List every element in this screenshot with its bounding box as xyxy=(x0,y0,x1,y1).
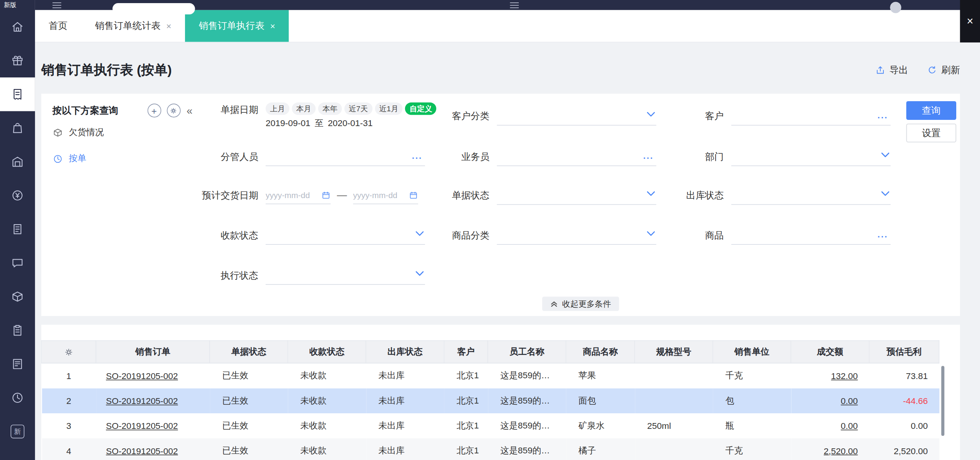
amount-link[interactable]: 132.00 xyxy=(831,371,858,381)
scheme-item-backorder[interactable]: 欠货情况 xyxy=(53,121,192,144)
order-link[interactable]: SO-20191205-002 xyxy=(106,396,178,406)
amount-link[interactable]: 0.00 xyxy=(841,396,858,406)
exec-status-select[interactable] xyxy=(266,266,425,285)
sidebar-item-tasks[interactable] xyxy=(0,314,35,348)
sidebar-item-new-feature[interactable]: 新 xyxy=(0,414,35,448)
sidebar-item-products[interactable] xyxy=(0,44,35,77)
order-link[interactable]: SO-20191205-002 xyxy=(106,371,178,381)
table-row[interactable]: 3 SO-20191205-002 已生效 未收款 未出库 北京1 这是859的… xyxy=(42,413,939,438)
close-window-button[interactable]: × xyxy=(960,0,980,42)
search-input[interactable] xyxy=(113,3,195,14)
amount-link[interactable]: 0.00 xyxy=(841,421,858,431)
export-button[interactable]: 导出 xyxy=(875,64,908,75)
filter-label: 执行状态 xyxy=(201,269,266,281)
order-link[interactable]: SO-20191205-002 xyxy=(106,421,178,431)
tab-bar: 首页 销售订单统计表 × 销售订单执行表 × xyxy=(35,10,960,42)
shopping-bag-icon xyxy=(11,121,24,135)
product-category-select[interactable] xyxy=(497,226,656,245)
quick-range-custom[interactable]: 自定义 xyxy=(405,102,436,115)
customer-category-select[interactable] xyxy=(497,107,656,125)
column-settings-button[interactable] xyxy=(42,341,96,363)
scheme-settings-button[interactable] xyxy=(167,104,180,117)
refresh-button[interactable]: 刷新 xyxy=(927,64,960,75)
ellipsis-icon[interactable]: ··· xyxy=(412,153,422,163)
quick-range-last-month[interactable]: 上月 xyxy=(266,102,289,115)
scheme-item-by-order[interactable]: 按单 xyxy=(53,147,192,170)
add-scheme-button[interactable]: + xyxy=(147,104,161,117)
table-row[interactable]: 4 SO-20191205-002 已生效 未收款 未出库 北京1 这是859的… xyxy=(42,438,939,460)
filter-label: 分管人员 xyxy=(201,151,266,163)
refresh-label: 刷新 xyxy=(941,64,960,75)
quick-range-this-month[interactable]: 本月 xyxy=(292,102,316,115)
cell-spec: 250ml xyxy=(635,413,713,438)
order-link[interactable]: SO-20191205-002 xyxy=(106,446,178,456)
sidebar-item-sales[interactable] xyxy=(0,77,35,111)
cell-customer: 北京1 xyxy=(444,363,488,388)
filter-label: 客户 xyxy=(667,110,731,122)
cell-profit: 2,520.00 xyxy=(869,438,939,460)
close-icon: × xyxy=(967,15,973,28)
menu-icon[interactable] xyxy=(53,2,61,8)
sidebar-item-warehouse[interactable] xyxy=(0,145,35,179)
doc-date-range[interactable]: 2019-09-01 至 2020-01-31 xyxy=(266,118,439,129)
query-button[interactable]: 查询 xyxy=(906,101,956,120)
row-index: 2 xyxy=(42,388,96,413)
sidebar-item-history[interactable] xyxy=(0,381,35,415)
tab-home[interactable]: 首页 xyxy=(35,10,81,42)
chevron-down-icon xyxy=(881,187,889,198)
ellipsis-icon[interactable]: ··· xyxy=(878,112,888,123)
quick-range-1-month[interactable]: 近1月 xyxy=(375,102,403,115)
product-picker[interactable]: ··· xyxy=(731,226,890,245)
sidebar-item-purchase[interactable] xyxy=(0,111,35,145)
page-header: 销售订单执行表 (按单) 导出 刷新 xyxy=(41,55,960,85)
close-tab-icon[interactable]: × xyxy=(166,21,171,31)
salesman-picker[interactable]: ··· xyxy=(497,147,656,166)
ellipsis-icon[interactable]: ··· xyxy=(878,232,888,242)
scheme-title: 按以下方案查询 xyxy=(53,105,142,116)
page-title: 销售订单执行表 (按单) xyxy=(41,61,172,79)
settings-button[interactable]: 设置 xyxy=(906,124,956,142)
close-tab-icon[interactable]: × xyxy=(270,21,275,31)
chevron-down-icon xyxy=(647,227,655,239)
cell-unit: 包 xyxy=(713,388,791,413)
collapse-panel-button[interactable]: « xyxy=(187,105,192,116)
sidebar-item-home[interactable] xyxy=(0,10,35,44)
date-separator: — xyxy=(337,190,347,201)
sidebar-item-messages[interactable] xyxy=(0,246,35,280)
report-icon xyxy=(11,357,24,371)
table-row[interactable]: 1 SO-20191205-002 已生效 未收款 未出库 北京1 这是859的… xyxy=(42,363,939,388)
menu-icon-secondary[interactable] xyxy=(510,2,518,8)
delivery-date-to-input[interactable]: yyyy-mm-dd xyxy=(353,187,418,204)
filter-label: 商品分类 xyxy=(432,230,497,241)
avatar[interactable] xyxy=(890,2,901,13)
amount-link[interactable]: 2,520.00 xyxy=(824,446,858,456)
ellipsis-icon[interactable]: ··· xyxy=(643,153,654,163)
sidebar-item-finance[interactable] xyxy=(0,179,35,212)
collapse-more-conditions-button[interactable]: 收起更多条件 xyxy=(542,297,619,311)
pay-status-select[interactable] xyxy=(266,226,425,245)
date-to-value: 2020-01-31 xyxy=(328,118,373,129)
table-row-selected[interactable]: 2 SO-20191205-002 已生效 未收款 未出库 北京1 这是859的… xyxy=(42,388,939,413)
sidebar-item-invoices[interactable] xyxy=(0,212,35,246)
sidebar-item-inventory[interactable] xyxy=(0,280,35,314)
department-select[interactable] xyxy=(731,147,890,166)
filter-pay-status: 收款状态 xyxy=(201,225,425,245)
customer-picker[interactable]: ··· xyxy=(731,107,890,125)
filter-label: 客户分类 xyxy=(432,110,497,122)
delivery-date-from-input[interactable]: yyyy-mm-dd xyxy=(266,187,331,204)
tab-sales-order-stats[interactable]: 销售订单统计表 × xyxy=(81,10,185,42)
col-header-amount: 成交额 xyxy=(791,341,869,363)
vertical-scrollbar[interactable] xyxy=(941,366,945,436)
quick-range-7-days[interactable]: 近7天 xyxy=(344,102,372,115)
calendar-icon xyxy=(409,190,418,200)
cell-out-status: 未出库 xyxy=(366,438,444,460)
out-status-select[interactable] xyxy=(731,186,890,205)
quick-range-this-year[interactable]: 本年 xyxy=(318,102,342,115)
sidebar-item-reports[interactable] xyxy=(0,347,35,381)
col-header-customer: 客户 xyxy=(444,341,488,363)
filter-exec-status: 执行状态 xyxy=(201,265,425,285)
manager-picker[interactable]: ··· xyxy=(266,147,425,166)
tab-sales-order-exec[interactable]: 销售订单执行表 × xyxy=(185,10,289,42)
doc-status-select[interactable] xyxy=(497,186,656,205)
filter-area: 单据日期 上月 本月 本年 近7天 近1月 自定义 2019-09-01 至 2… xyxy=(201,94,960,316)
